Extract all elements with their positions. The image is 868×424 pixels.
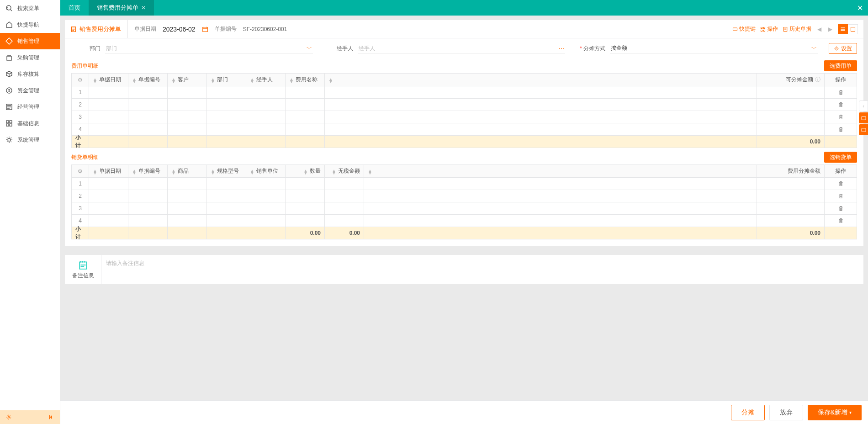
table-row[interactable]: 1 [72, 177, 857, 190]
col-allocatable[interactable]: 可分摊金额 ⓘ [757, 74, 825, 86]
col-unit[interactable]: ▲▼销售单位 [246, 165, 286, 177]
box-icon [5, 70, 13, 78]
rail-tab-2[interactable] [859, 124, 868, 135]
operate-link[interactable]: 操作 [760, 25, 778, 33]
sidebar-item-search[interactable]: 搜索菜单 [0, 0, 60, 16]
close-icon[interactable]: ✕ [141, 5, 146, 11]
trash-icon[interactable] [838, 114, 844, 120]
trash-icon[interactable] [838, 90, 844, 95]
subtotal-notax: 0.00 [325, 227, 364, 239]
remarks-label: 备注信息 [72, 272, 94, 280]
settings-button[interactable]: 设置 [829, 43, 857, 54]
close-all-tabs[interactable]: ✕ [852, 0, 868, 16]
home-icon [5, 21, 13, 28]
col-spacer: ▲▼ [325, 74, 757, 86]
col-date[interactable]: ▲▼单据日期 [89, 165, 128, 177]
allocate-button[interactable]: 分摊 [731, 405, 765, 420]
next-doc-button[interactable]: ▶ [827, 26, 833, 32]
sidebar-item-inventory[interactable]: 库存核算 [0, 66, 60, 82]
col-handler[interactable]: ▲▼经手人 [246, 74, 286, 86]
svg-rect-12 [202, 27, 207, 32]
tab-label: 首页 [69, 4, 80, 12]
sidebar-label: 系统管理 [17, 136, 39, 144]
svg-rect-15 [764, 27, 765, 28]
hotkey-link[interactable]: 快捷键 [732, 25, 756, 33]
col-code[interactable]: ▲▼单据编号 [128, 165, 168, 177]
col-customer[interactable]: ▲▼客户 [168, 74, 207, 86]
table-row[interactable]: 3 [72, 111, 857, 123]
col-date[interactable]: ▲▼单据日期 [89, 74, 128, 86]
subtotal-amount: 0.00 [757, 136, 825, 148]
svg-rect-21 [841, 30, 845, 31]
table-row[interactable]: 2 [72, 190, 857, 202]
calendar-icon[interactable] [202, 26, 208, 32]
breadcrumb: 销售费用分摊单 [70, 20, 128, 38]
chevron-down-icon[interactable]: ﹀ [307, 45, 312, 53]
table-row[interactable]: 4 [72, 214, 857, 227]
sidebar-item-system[interactable]: 系统管理 [0, 132, 60, 148]
sidebar-item-funds[interactable]: 资金管理 [0, 82, 60, 99]
save-button[interactable]: 保存&新增 ▾ [808, 405, 862, 420]
col-spec[interactable]: ▲▼规格型号 [207, 165, 246, 177]
date-value[interactable]: 2023-06-02 [163, 26, 196, 33]
sidebar-item-sales[interactable]: 销售管理 [0, 33, 60, 49]
col-feeamt[interactable]: 费用分摊金额 [757, 165, 825, 177]
trash-icon[interactable] [838, 193, 844, 199]
select-sales-button[interactable]: 选销货单 [824, 152, 857, 163]
sidebar-footer [0, 410, 60, 424]
collapse-icon[interactable] [48, 414, 54, 420]
sidebar-item-basedata[interactable]: 基础信息 [0, 115, 60, 132]
tab-current[interactable]: 销售费用分摊单 ✕ [89, 0, 154, 16]
table-row[interactable]: 3 [72, 202, 857, 214]
prev-doc-button[interactable]: ◀ [816, 26, 822, 32]
col-department[interactable]: ▲▼部门 [207, 74, 246, 86]
svg-rect-14 [761, 27, 762, 28]
col-notax[interactable]: ▲▼无税金额 [325, 165, 364, 177]
trash-icon[interactable] [838, 181, 844, 187]
sidebar-label: 资金管理 [17, 87, 39, 95]
trash-icon[interactable] [838, 102, 844, 108]
department-input[interactable] [105, 43, 313, 54]
note-icon [78, 260, 88, 270]
sidebar-item-purchase[interactable]: 采购管理 [0, 49, 60, 66]
col-gear[interactable] [72, 165, 89, 177]
svg-rect-10 [49, 415, 50, 419]
chevron-down-icon[interactable]: ﹀ [811, 45, 817, 53]
col-gear[interactable] [72, 74, 89, 86]
main-area: 首页 销售费用分摊单 ✕ ✕ 销售费用分摊单 [60, 0, 868, 424]
table-row[interactable]: 4 [72, 123, 857, 135]
discard-button[interactable]: 放弃 [769, 405, 803, 420]
settings-icon[interactable] [5, 414, 12, 420]
view-card-button[interactable] [848, 24, 858, 34]
table-row[interactable]: 1 [72, 86, 857, 98]
sidebar-label: 采购管理 [17, 54, 39, 62]
more-icon[interactable]: ⋯ [559, 45, 564, 52]
sidebar-item-quicknav[interactable]: 快捷导航 [0, 16, 60, 33]
col-code[interactable]: ▲▼单据编号 [128, 74, 168, 86]
tab-home[interactable]: 首页 [60, 0, 89, 16]
select-fee-button[interactable]: 选费用单 [824, 60, 857, 71]
remarks-input[interactable] [101, 255, 863, 284]
rail-collapse[interactable]: ‹ [859, 101, 868, 111]
svg-rect-25 [861, 116, 865, 119]
trash-icon[interactable] [838, 127, 844, 132]
svg-rect-20 [841, 29, 845, 30]
col-product[interactable]: ▲▼商品 [168, 165, 207, 177]
sidebar-label: 基础信息 [17, 120, 39, 127]
trash-icon[interactable] [838, 218, 844, 224]
handler-input[interactable] [358, 43, 566, 54]
history-link[interactable]: 历史单据 [783, 25, 811, 33]
help-icon[interactable]: ⓘ [815, 76, 820, 84]
col-feename[interactable]: ▲▼费用名称 [286, 74, 325, 86]
method-select[interactable] [610, 43, 818, 54]
table-row[interactable]: 2 [72, 98, 857, 111]
sidebar-label: 销售管理 [17, 37, 39, 45]
rail-tab-1[interactable] [859, 112, 868, 123]
subtotal-label: 小计 [72, 136, 89, 148]
field-department: 部门 ﹀ [71, 43, 313, 54]
col-qty[interactable]: ▲▼数量 [286, 165, 325, 177]
sidebar-item-business[interactable]: 经营管理 [0, 99, 60, 115]
grid-icon [5, 120, 13, 127]
trash-icon[interactable] [838, 206, 844, 212]
view-list-button[interactable] [838, 24, 848, 34]
